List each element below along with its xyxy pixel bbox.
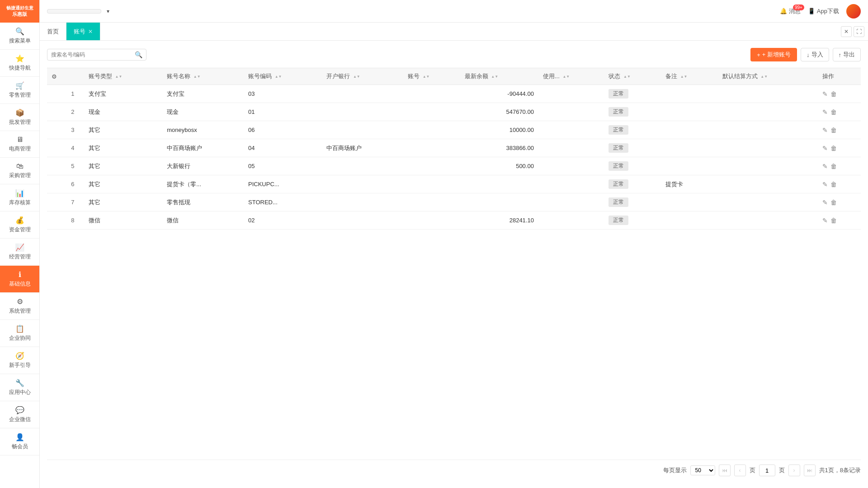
import-button[interactable]: ↓ 导入: [801, 48, 829, 61]
prev-page-button[interactable]: ‹: [734, 465, 746, 476]
col-balance[interactable]: 最新余额 ▲▼: [460, 68, 538, 85]
table-row: 3 其它 moneybosx 06 10000.00 正常 ✎ 🗑: [47, 121, 861, 139]
table-row: 2 现金 现金 01 547670.00 正常 ✎ 🗑: [47, 103, 861, 121]
col-usage-label: 使用...: [543, 73, 560, 80]
sidebar-label-search: 搜索菜单: [9, 37, 31, 45]
sidebar-item-inventory[interactable]: 📊库存核算: [0, 184, 39, 211]
page-input[interactable]: [759, 465, 775, 476]
sidebar-item-operations[interactable]: 📈经营管理: [0, 239, 39, 266]
row-remark: [661, 121, 718, 139]
sidebar-item-wholesale[interactable]: 📦批发管理: [0, 104, 39, 131]
tab-account[interactable]: 账号 ✕: [66, 23, 100, 40]
col-default-payment[interactable]: 默认结算方式 ▲▼: [718, 68, 818, 85]
delete-icon[interactable]: 🗑: [830, 127, 837, 134]
tab-home[interactable]: 首页: [40, 23, 66, 40]
import-icon: ↓: [807, 52, 810, 58]
delete-icon[interactable]: 🗑: [830, 199, 837, 206]
sidebar-item-enterprise-wechat[interactable]: 💬企业微信: [0, 401, 39, 428]
logo-top: 畅捷通好生意: [6, 5, 33, 11]
sidebar-label-inventory: 库存核算: [9, 199, 31, 206]
sidebar-item-ecommerce[interactable]: 🖥电商管理: [0, 131, 39, 158]
sidebar-item-member[interactable]: 👤畅会员: [0, 428, 39, 455]
row-num: 2: [61, 103, 84, 121]
bell-icon: 🔔: [780, 8, 787, 14]
sidebar-item-search[interactable]: 🔍搜索菜单: [0, 23, 39, 50]
sidebar-item-basic-info[interactable]: ℹ基础信息: [0, 266, 39, 293]
row-num: 4: [61, 139, 84, 157]
row-balance: 383866.00: [460, 139, 538, 157]
header-dropdown[interactable]: ▾: [107, 8, 109, 14]
search-input[interactable]: [51, 52, 135, 58]
delete-icon[interactable]: 🗑: [830, 163, 837, 170]
delete-icon[interactable]: 🗑: [830, 108, 837, 116]
edit-icon[interactable]: ✎: [822, 163, 828, 170]
row-code: 05: [244, 157, 322, 175]
export-button[interactable]: ↑ 导出: [833, 48, 861, 61]
edit-icon[interactable]: ✎: [822, 145, 828, 152]
row-type: 现金: [84, 103, 162, 121]
col-remark[interactable]: 备注 ▲▼: [661, 68, 718, 85]
sidebar-icon-guide: 🧭: [15, 352, 24, 360]
col-status[interactable]: 状态 ▲▼: [604, 68, 661, 85]
row-name: moneybosx: [162, 121, 244, 139]
row-code: 03: [244, 85, 322, 103]
last-page-button[interactable]: ⏭: [804, 465, 816, 476]
next-page-button[interactable]: ›: [788, 465, 800, 476]
sidebar-item-finance[interactable]: 💰资金管理: [0, 211, 39, 239]
total-info: 共1页，8条记录: [819, 466, 861, 474]
col-type[interactable]: 账号类型 ▲▼: [84, 68, 162, 85]
row-num: 6: [61, 175, 84, 193]
row-code: STORED...: [244, 193, 322, 211]
page-label-suffix: 页: [779, 466, 785, 474]
row-name: 微信: [162, 211, 244, 230]
col-balance-label: 最新余额: [465, 73, 488, 80]
delete-icon[interactable]: 🗑: [830, 145, 837, 152]
edit-icon[interactable]: ✎: [822, 181, 828, 188]
delete-icon[interactable]: 🗑: [830, 181, 837, 188]
edit-icon[interactable]: ✎: [822, 217, 828, 224]
sidebar-item-purchase[interactable]: 🛍采购管理: [0, 158, 39, 184]
row-usage: [538, 121, 604, 139]
sort-name-icon: ▲▼: [193, 75, 201, 79]
col-name[interactable]: 账号名称 ▲▼: [162, 68, 244, 85]
first-page-button[interactable]: ⏮: [719, 465, 731, 476]
row-name: 提货卡（零...: [162, 175, 244, 193]
row-account-no: [403, 193, 460, 211]
tab-close-icon[interactable]: ✕: [88, 28, 93, 35]
col-settings[interactable]: ⚙: [47, 68, 61, 85]
edit-icon[interactable]: ✎: [822, 108, 828, 116]
sidebar-item-system[interactable]: ⚙系统管理: [0, 293, 39, 320]
sidebar-item-app-center[interactable]: 🔧应用中心: [0, 374, 39, 401]
per-page-label: 每页显示: [663, 466, 687, 474]
app-download-button[interactable]: 📱 App下载: [808, 7, 839, 15]
sidebar-icon-quick-nav: ⭐: [15, 54, 24, 63]
edit-icon[interactable]: ✎: [822, 90, 828, 98]
notification-button[interactable]: 🔔 消息 99+: [780, 7, 801, 15]
add-account-button[interactable]: + + 新增账号: [750, 48, 797, 61]
delete-icon[interactable]: 🗑: [830, 217, 837, 224]
edit-icon[interactable]: ✎: [822, 199, 828, 206]
sidebar-item-quick-nav[interactable]: ⭐快捷导航: [0, 50, 39, 77]
col-bank[interactable]: 开户银行 ▲▼: [322, 68, 403, 85]
col-default-payment-label: 默认结算方式: [722, 73, 758, 80]
avatar[interactable]: [846, 4, 861, 19]
row-status: 正常: [604, 121, 661, 139]
row-settings: [47, 157, 61, 175]
row-remark: 提货卡: [661, 175, 718, 193]
row-default-payment: [718, 211, 818, 230]
tab-expand-action[interactable]: ⛶: [854, 26, 864, 37]
tab-close-action[interactable]: ✕: [841, 26, 852, 37]
sidebar-item-enterprise-agreement[interactable]: 📋企业协同: [0, 320, 39, 347]
edit-icon[interactable]: ✎: [822, 127, 828, 134]
sidebar-item-retail[interactable]: 🛒零售管理: [0, 77, 39, 104]
sidebar-item-guide[interactable]: 🧭新手引导: [0, 347, 39, 374]
row-status: 正常: [604, 85, 661, 103]
per-page-select[interactable]: 50 20 100: [690, 465, 715, 475]
delete-icon[interactable]: 🗑: [830, 90, 837, 98]
row-default-payment: [718, 193, 818, 211]
col-account-no[interactable]: 账号 ▲▼: [403, 68, 460, 85]
search-icon[interactable]: 🔍: [135, 51, 142, 58]
col-code[interactable]: 账号编码 ▲▼: [244, 68, 322, 85]
col-usage[interactable]: 使用... ▲▼: [538, 68, 604, 85]
table-row: 4 其它 中百商场账户 04 中百商场账户 383866.00 正常 ✎ 🗑: [47, 139, 861, 157]
